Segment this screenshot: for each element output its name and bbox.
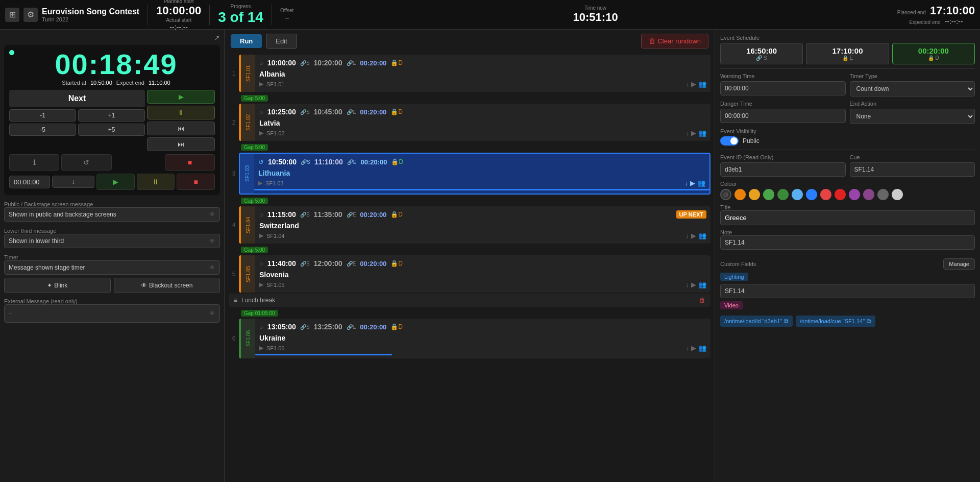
lunch-break-block[interactable]: ≡ Lunch break 🗑 — [229, 294, 710, 307]
play-4[interactable]: ▶ — [691, 232, 696, 239]
title-input[interactable] — [720, 210, 975, 225]
persons-4[interactable]: 👥 — [698, 232, 706, 239]
event-title-2[interactable]: Latvia — [255, 118, 710, 128]
persons-3[interactable]: 👥 — [697, 179, 705, 187]
play-button[interactable]: ▶ — [147, 90, 215, 104]
colour-dot-3[interactable] — [763, 189, 774, 200]
left-panel: ↗ 00:18:49 Started at 10:50:00 Expect en… — [0, 30, 225, 482]
time-pause-button[interactable]: ⏸ — [137, 174, 175, 190]
run-button[interactable]: Run — [231, 34, 262, 48]
lower-eye-icon[interactable]: 👁 — [209, 237, 215, 245]
colour-dot-5[interactable] — [792, 189, 803, 200]
sched-box-1[interactable]: 16:50:00 🔗 S — [720, 43, 803, 64]
expected-end-label: Expected end — [909, 19, 940, 25]
gap-badge-lunch: Gap 01:05:00 — [229, 308, 710, 319]
loop-button[interactable]: ↺ — [61, 154, 111, 171]
move-down-2[interactable]: ↓ — [686, 129, 690, 137]
copy-icon-1[interactable]: ⧉ — [784, 318, 789, 325]
plus5-button[interactable]: +5 — [78, 124, 145, 136]
event-sub-2: ▶ SF1.02 ↓ ▶ 👥 — [255, 128, 710, 139]
timer-type-select[interactable]: Count down Count up Clock — [850, 81, 975, 97]
time-input[interactable] — [9, 176, 50, 188]
move-down-5[interactable]: ↓ — [686, 281, 690, 288]
timer-message-input[interactable]: Message shown stage timer 👁 — [4, 260, 220, 275]
event-schedule-section: Event Schedule 16:50:00 🔗 S 17:10:00 🔒 E… — [720, 35, 975, 64]
colour-dot-10[interactable] — [863, 189, 874, 200]
stop-button[interactable]: ■ — [165, 154, 215, 171]
rewind-button[interactable]: ⏮ — [147, 122, 215, 135]
event-title-6[interactable]: Ukraine — [255, 333, 710, 343]
code-box-2[interactable]: /ontime/load/cue "SF1.14" ⧉ — [796, 316, 875, 327]
event-title-3[interactable]: Lithuania — [254, 168, 709, 178]
expand-left-button[interactable]: ↗ — [214, 34, 220, 42]
public-eye-icon[interactable]: 👁 — [209, 211, 215, 218]
event-id-label: Event ID (Read Only) — [720, 154, 846, 160]
lighting-input[interactable] — [720, 284, 975, 298]
move-down-3[interactable]: ↓ — [685, 179, 689, 187]
danger-input[interactable] — [720, 109, 846, 123]
gear-icon[interactable]: ⚙ — [23, 8, 38, 22]
end-action-label: End Action — [850, 101, 975, 107]
event-title-4[interactable]: Switzerland — [255, 221, 710, 231]
colour-clear[interactable]: ⊘ — [720, 189, 731, 200]
note-input[interactable] — [720, 235, 975, 250]
play-2[interactable]: ▶ — [691, 129, 696, 137]
sched-time-1: 16:50:00 — [726, 46, 797, 55]
event-id-tag-1: SF1.01 — [241, 55, 255, 92]
persons-2[interactable]: 👥 — [698, 129, 706, 137]
event-cue-3: SF1.03 — [265, 180, 283, 186]
pause-button[interactable]: ⏸ — [147, 106, 215, 119]
play-5[interactable]: ▶ — [691, 281, 696, 288]
time-stop-button[interactable]: ■ — [177, 174, 215, 190]
visibility-toggle[interactable] — [720, 136, 739, 146]
minus1-button[interactable]: -1 — [9, 109, 76, 122]
end-action-select[interactable]: None Stop Load Next — [850, 109, 975, 124]
minus5-button[interactable]: -5 — [9, 124, 76, 136]
public-message-input[interactable]: Shown in public and backstage screens 👁 — [4, 207, 220, 222]
delete-lunch-icon[interactable]: 🗑 — [699, 297, 705, 304]
time-down-button[interactable]: ↓ — [52, 176, 94, 188]
colour-dot-11[interactable] — [877, 189, 889, 200]
persons-5[interactable]: 👥 — [698, 281, 706, 288]
blink-button[interactable]: ✦ Blink — [4, 278, 111, 293]
copy-icon-2[interactable]: ⧉ — [867, 318, 871, 325]
event-id-cue-row: Event ID (Read Only) Cue — [720, 154, 975, 177]
manage-button[interactable]: Manage — [943, 258, 975, 270]
colour-dot-1[interactable] — [734, 189, 746, 200]
edit-button[interactable]: Edit — [266, 34, 297, 49]
grid-icon[interactable]: ⊞ — [5, 8, 19, 22]
play-6[interactable]: ▶ — [691, 344, 696, 352]
play-1[interactable]: ▶ — [691, 80, 696, 88]
sched-box-3[interactable]: 00:20:00 🔒 D — [892, 43, 975, 64]
event-link-e-4: 🔗E — [347, 212, 356, 218]
colour-dot-9[interactable] — [849, 189, 860, 200]
time-play-button[interactable]: ▶ — [96, 174, 135, 190]
persons-6[interactable]: 👥 — [698, 344, 706, 352]
timer-eye-icon[interactable]: 👁 — [209, 264, 215, 271]
sched-box-2[interactable]: 17:10:00 🔒 E — [806, 43, 889, 64]
code-box-1[interactable]: /ontime/load/id "d3eb1" ⧉ — [720, 316, 793, 327]
move-down-1[interactable]: ↓ — [686, 80, 690, 88]
lower-third-input[interactable]: Shown in lower third 👁 — [4, 234, 220, 248]
colour-dot-12[interactable] — [892, 189, 903, 200]
colour-dot-7[interactable] — [820, 189, 831, 200]
persons-1[interactable]: 👥 — [698, 80, 706, 88]
plus1-button[interactable]: +1 — [78, 109, 145, 122]
skip-button[interactable]: ⏭ — [147, 137, 215, 151]
play-3[interactable]: ▶ — [690, 179, 695, 187]
cue-input[interactable] — [850, 162, 975, 177]
external-eye-icon[interactable]: 👁 — [209, 310, 215, 317]
event-header-4: ○ 11:15:00 🔗S 11:35:00 🔗E 00:20:00 🔒D UP… — [255, 208, 710, 221]
event-title-5[interactable]: Slovenia — [255, 270, 710, 280]
move-down-4[interactable]: ↓ — [686, 232, 690, 239]
colour-dot-4[interactable] — [777, 189, 789, 200]
move-down-6[interactable]: ↓ — [686, 344, 690, 352]
colour-dot-6[interactable] — [806, 189, 817, 200]
blackout-button[interactable]: 👁 Blackout screen — [114, 278, 220, 293]
info-button[interactable]: ℹ — [9, 154, 59, 171]
colour-dot-8[interactable] — [835, 189, 846, 200]
clear-rundown-button[interactable]: 🗑 Clear rundown — [641, 34, 708, 49]
warning-input[interactable] — [720, 81, 846, 95]
event-title-1[interactable]: Albania — [255, 69, 710, 79]
colour-dot-2[interactable] — [749, 189, 760, 200]
